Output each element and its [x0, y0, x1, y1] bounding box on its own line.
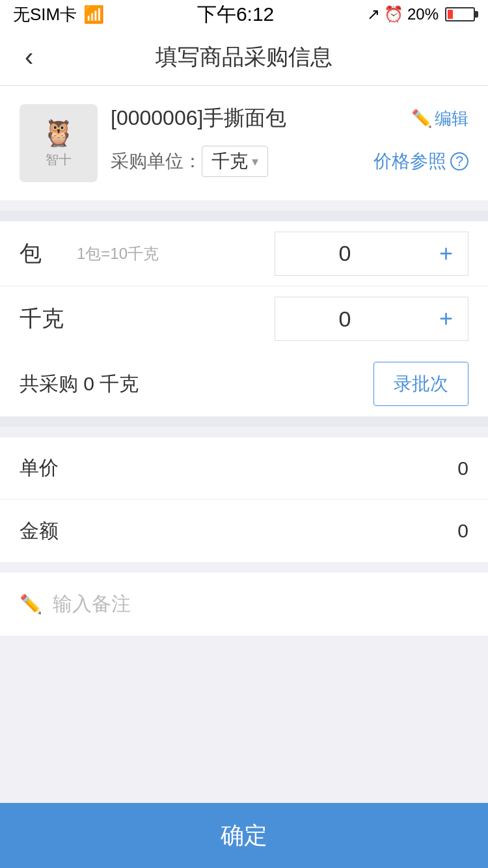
help-icon: ?: [450, 152, 468, 170]
confirm-button-label: 确定: [221, 820, 267, 852]
nav-bar: ‹ 填写商品采购信息: [0, 29, 488, 86]
chevron-down-icon: ▾: [252, 154, 258, 169]
bag-sub-label: 1包=10千克: [77, 243, 275, 264]
note-placeholder: 输入备注: [53, 591, 131, 617]
bag-input-row: 包 1包=10千克 +: [0, 221, 488, 286]
product-thumb-label: 智十: [46, 151, 72, 169]
product-info: [0000006]手撕面包 ✏️ 编辑 采购单位： 千克 ▾ 价格参照 ?: [111, 104, 468, 177]
status-right: ↗ ⏰ 20%: [367, 5, 475, 23]
kg-field-wrap: +: [275, 297, 468, 341]
bag-input[interactable]: [275, 232, 424, 276]
unit-price-value: 0: [457, 457, 468, 480]
product-name-row: [0000006]手撕面包 ✏️ 编辑: [111, 104, 468, 133]
status-time: 下午6:12: [197, 1, 274, 28]
unit-select[interactable]: 千克 ▾: [202, 146, 268, 177]
unit-row: 采购单位： 千克 ▾ 价格参照 ?: [111, 146, 468, 177]
product-thumb-owl-icon: 🦉: [42, 118, 75, 148]
pencil-icon: ✏️: [20, 593, 42, 615]
wifi-icon: 📶: [83, 5, 104, 25]
summary-row: 共采购 0 千克 录批次: [20, 351, 468, 416]
bag-plus-button[interactable]: +: [424, 232, 468, 276]
input-section: 包 1包=10千克 + 千克 +: [0, 221, 488, 351]
amount-label: 金额: [20, 518, 59, 545]
product-name: [0000006]手撕面包: [111, 104, 286, 133]
bag-label: 包: [20, 239, 72, 269]
product-card: 🦉 智十 [0000006]手撕面包 ✏️ 编辑 采购单位： 千克 ▾ 价格参照…: [0, 86, 488, 200]
record-batch-button[interactable]: 录批次: [373, 362, 468, 406]
bag-field-wrap: +: [275, 232, 468, 276]
section-divider-2: [0, 416, 488, 427]
kg-input-row: 千克 +: [0, 286, 488, 351]
status-left: 无SIM卡 📶: [13, 3, 104, 26]
price-ref-label: 价格参照: [373, 149, 446, 174]
empty-space: [0, 636, 488, 805]
battery-icon: [445, 7, 475, 21]
edit-label: 编辑: [435, 107, 468, 130]
note-section[interactable]: ✏️ 输入备注: [0, 573, 488, 636]
kg-plus-button[interactable]: +: [424, 297, 468, 341]
edit-icon: ✏️: [411, 109, 432, 129]
edit-button[interactable]: ✏️ 编辑: [411, 107, 468, 130]
alarm-icon: ⏰: [384, 5, 403, 23]
location-icon: ↗: [367, 5, 380, 23]
unit-price-label: 单价: [20, 455, 59, 481]
amount-row: 金额 0: [0, 500, 488, 562]
product-thumbnail: 🦉 智十: [20, 104, 98, 182]
amount-value: 0: [457, 520, 468, 542]
back-button[interactable]: ‹: [18, 36, 40, 78]
unit-value: 千克: [211, 149, 248, 174]
unit-price-row: 单价 0: [0, 437, 488, 500]
section-divider-1: [0, 211, 488, 221]
kg-label: 千克: [20, 304, 72, 334]
page-title: 填写商品采购信息: [156, 42, 332, 72]
price-section: 单价 0 金额 0: [0, 437, 488, 562]
confirm-bar[interactable]: 确定: [0, 803, 488, 868]
summary-section: 共采购 0 千克 录批次: [0, 351, 488, 416]
battery-percent: 20%: [407, 5, 439, 23]
unit-label: 采购单位：: [111, 149, 202, 174]
price-ref-button[interactable]: 价格参照 ?: [373, 149, 468, 174]
carrier-text: 无SIM卡: [13, 3, 77, 26]
summary-text: 共采购 0 千克: [20, 371, 139, 398]
status-bar: 无SIM卡 📶 下午6:12 ↗ ⏰ 20%: [0, 0, 488, 29]
kg-input[interactable]: [275, 297, 424, 341]
